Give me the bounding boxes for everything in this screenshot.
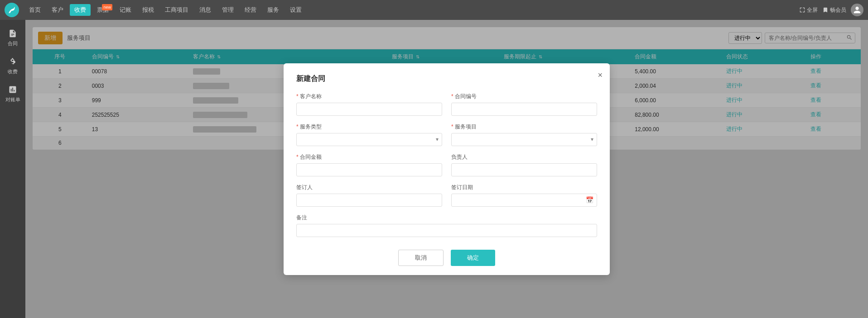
signer-row: 签订人 xyxy=(296,184,442,207)
nav-item-operation[interactable]: 经营 xyxy=(240,4,261,16)
fullscreen-button[interactable]: 全屏 xyxy=(799,6,818,14)
signer-input[interactable] xyxy=(296,194,442,207)
sign-date-label: 签订日期 xyxy=(451,184,597,191)
service-item-label: 服务项目 xyxy=(451,123,597,131)
modal-footer: 取消 确定 xyxy=(296,250,597,266)
sidebar-item-contract-label: 合同 xyxy=(8,40,18,47)
nav-item-fee[interactable]: 收费 xyxy=(70,4,91,16)
contract-no-input[interactable] xyxy=(451,103,597,116)
statement-icon xyxy=(7,84,18,95)
responsible-input[interactable] xyxy=(451,163,597,176)
fee-icon xyxy=(7,56,18,67)
sign-date-input[interactable]: 2023-06-06 xyxy=(451,194,597,207)
contract-no-row: 合同编号 xyxy=(451,93,597,116)
customer-name-row: 客户名称 xyxy=(296,93,442,116)
member-button[interactable]: 畅会员 xyxy=(822,6,846,14)
sidebar-item-fee-label: 收费 xyxy=(8,68,18,75)
new-badge: new xyxy=(102,4,112,10)
contract-amount-input[interactable]: 0.00 xyxy=(296,163,442,176)
modal-close-button[interactable]: × xyxy=(598,71,603,80)
nav-item-business[interactable]: 工商项目 xyxy=(160,4,193,16)
remarks-row: 备注 xyxy=(296,214,597,237)
nav-item-invoice[interactable]: 票据 new xyxy=(92,4,113,16)
service-item-row: 服务项目 xyxy=(451,123,597,146)
form-grid: 客户名称 合同编号 服务类型 xyxy=(296,93,597,237)
sidebar-item-statement-label: 对账单 xyxy=(5,96,20,103)
modal-title: 新建合同 xyxy=(296,74,597,84)
contract-amount-row: 合同金额 0.00 xyxy=(296,153,442,176)
signer-label: 签订人 xyxy=(296,184,442,191)
service-item-select[interactable] xyxy=(451,133,597,146)
customer-name-input[interactable] xyxy=(296,103,442,116)
nav-item-settings[interactable]: 设置 xyxy=(285,4,306,16)
content-area: 新增 服务项目 进行中 已完成 已终止 xyxy=(25,20,868,318)
sidebar-item-contract[interactable]: 合同 xyxy=(1,24,24,51)
nav-item-service[interactable]: 服务 xyxy=(263,4,284,16)
service-type-select-wrap xyxy=(296,133,442,146)
nav-item-tax[interactable]: 报税 xyxy=(138,4,159,16)
avatar[interactable] xyxy=(851,4,863,16)
contract-no-label: 合同编号 xyxy=(451,93,597,100)
service-item-select-wrap xyxy=(451,133,597,146)
remarks-label: 备注 xyxy=(296,214,597,222)
service-type-row: 服务类型 xyxy=(296,123,442,146)
new-contract-modal: × 新建合同 客户名称 合同编号 服务类型 xyxy=(284,63,610,275)
confirm-button[interactable]: 确定 xyxy=(451,250,495,266)
sidebar-item-fee[interactable]: 收费 xyxy=(1,52,24,79)
nav-item-bookkeeping[interactable]: 记账 xyxy=(115,4,136,16)
nav-item-message[interactable]: 消息 xyxy=(195,4,216,16)
nav-item-home[interactable]: 首页 xyxy=(24,4,45,16)
main-layout: 合同 收费 对账单 新增 服务项目 进行中 已完成 xyxy=(0,20,868,318)
topnav-right: 全屏 畅会员 xyxy=(799,4,863,16)
contract-icon xyxy=(7,28,18,39)
nav-item-manage[interactable]: 管理 xyxy=(217,4,238,16)
sidebar-item-statement[interactable]: 对账单 xyxy=(1,81,24,107)
sign-date-wrap: 2023-06-06 📅 xyxy=(451,194,597,207)
modal-overlay: × 新建合同 客户名称 合同编号 服务类型 xyxy=(25,20,868,318)
contract-amount-label: 合同金额 xyxy=(296,153,442,161)
app-logo[interactable] xyxy=(5,3,19,17)
service-type-label: 服务类型 xyxy=(296,123,442,131)
customer-name-label: 客户名称 xyxy=(296,93,442,100)
sidebar: 合同 收费 对账单 xyxy=(0,20,25,318)
service-type-select[interactable] xyxy=(296,133,442,146)
nav-item-customer[interactable]: 客户 xyxy=(47,4,68,16)
cancel-button[interactable]: 取消 xyxy=(398,250,444,266)
top-navigation: 首页 客户 收费 票据 new 记账 报税 工商项目 消息 管理 经营 服务 设… xyxy=(0,0,868,20)
sign-date-row: 签订日期 2023-06-06 📅 xyxy=(451,184,597,207)
responsible-label: 负责人 xyxy=(451,153,597,161)
remarks-input[interactable] xyxy=(296,224,597,237)
responsible-row: 负责人 xyxy=(451,153,597,176)
